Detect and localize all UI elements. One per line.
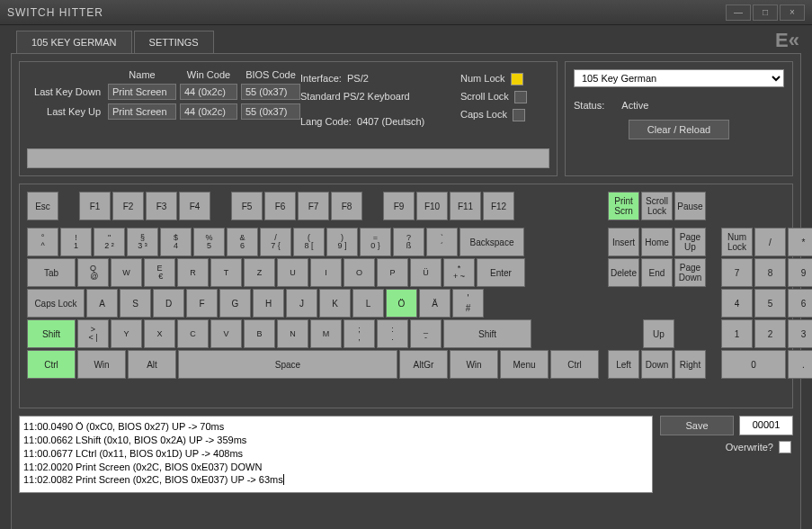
key-row2-9[interactable]: P — [377, 258, 408, 287]
key-lwin[interactable]: Win — [77, 350, 126, 379]
key-row1-9[interactable]: )9 ] — [326, 228, 358, 256]
key-num8[interactable]: 8 — [754, 258, 786, 287]
key-row1-3[interactable]: §3 ³ — [127, 228, 158, 256]
key-row1-12[interactable]: `´ — [426, 228, 458, 256]
key-space[interactable]: Space — [178, 350, 397, 379]
key-numdiv[interactable]: / — [754, 228, 786, 256]
key-num2[interactable]: 2 — [754, 319, 786, 348]
key-row3-10[interactable]: Ä — [419, 289, 451, 318]
key-row1-2[interactable]: "2 ² — [94, 228, 125, 256]
key-num5[interactable]: 5 — [754, 289, 786, 318]
key-nummul[interactable]: * — [788, 228, 812, 256]
key-row1-0[interactable]: °^ — [27, 228, 58, 256]
key-row4-5[interactable]: N — [277, 319, 308, 348]
key-f10[interactable]: F10 — [416, 192, 448, 220]
key-up[interactable]: Up — [643, 319, 674, 348]
key-row3-8[interactable]: L — [352, 289, 384, 318]
overwrite-checkbox[interactable] — [779, 441, 791, 453]
key-rshift[interactable]: Shift — [443, 319, 531, 348]
minimize-button[interactable]: — — [726, 4, 751, 21]
key-row3-5[interactable]: H — [253, 289, 284, 318]
key-lctrl[interactable]: Ctrl — [27, 350, 76, 379]
key-row3-2[interactable]: D — [153, 289, 184, 318]
key-insert[interactable]: Insert — [608, 228, 639, 256]
key-printscreen[interactable]: Print Scrn — [608, 192, 639, 220]
clear-reload-button[interactable]: Clear / Reload — [629, 120, 729, 139]
key-pagedown[interactable]: Page Down — [674, 258, 706, 287]
key-right[interactable]: Right — [674, 350, 706, 379]
key-f9[interactable]: F9 — [383, 192, 415, 220]
key-f1[interactable]: F1 — [79, 192, 111, 220]
key-num4[interactable]: 4 — [721, 289, 753, 318]
key-row1-11[interactable]: ?ß — [393, 228, 424, 256]
key-row4-3[interactable]: V — [210, 319, 242, 348]
key-f5[interactable]: F5 — [231, 192, 263, 220]
maximize-button[interactable]: □ — [753, 4, 778, 21]
key-numdot[interactable]: . — [788, 350, 812, 379]
key-lshift[interactable]: Shift — [27, 319, 76, 348]
key-menu[interactable]: Menu — [500, 350, 549, 379]
key-numlock[interactable]: Num Lock — [721, 228, 753, 256]
save-button[interactable]: Save — [660, 416, 734, 435]
key-row1-5[interactable]: %5 — [193, 228, 225, 256]
key-row2-1[interactable]: W — [111, 258, 142, 287]
key-num6[interactable]: 6 — [788, 289, 812, 318]
key-row3-1[interactable]: S — [120, 289, 151, 318]
key-row1-4[interactable]: $4 — [160, 228, 192, 256]
key-rwin[interactable]: Win — [450, 350, 498, 379]
key-f11[interactable]: F11 — [450, 192, 481, 220]
key-row2-0[interactable]: Q @ — [77, 258, 109, 287]
key-row2-6[interactable]: U — [277, 258, 308, 287]
key-f8[interactable]: F8 — [331, 192, 362, 220]
key-row1-7[interactable]: /7 { — [260, 228, 291, 256]
key-pause[interactable]: Pause — [674, 192, 706, 220]
key-row3-9[interactable]: Ö — [386, 289, 417, 318]
key-lalt[interactable]: Alt — [128, 350, 176, 379]
close-button[interactable]: × — [780, 4, 805, 21]
key-row4-0[interactable]: Y — [111, 319, 142, 348]
key-capslock[interactable]: Caps Lock — [27, 289, 85, 318]
key-f7[interactable]: F7 — [298, 192, 329, 220]
key-backspace[interactable]: Backspace — [460, 228, 524, 256]
key-end[interactable]: End — [641, 258, 673, 287]
key-row3-4[interactable]: G — [219, 289, 251, 318]
key-f4[interactable]: F4 — [179, 192, 210, 220]
key-scrolllock[interactable]: Scroll Lock — [641, 192, 673, 220]
key-left[interactable]: Left — [608, 350, 639, 379]
key-row2-4[interactable]: T — [210, 258, 242, 287]
key-row2-10[interactable]: Ü — [410, 258, 442, 287]
key-row2-2[interactable]: E € — [144, 258, 175, 287]
key-row1-8[interactable]: (8 [ — [293, 228, 325, 256]
key-row1-6[interactable]: &6 — [227, 228, 258, 256]
key-row2-8[interactable]: O — [344, 258, 375, 287]
key-num9[interactable]: 9 — [788, 258, 812, 287]
key-row2-5[interactable]: Z — [244, 258, 275, 287]
key-row2-7[interactable]: I — [310, 258, 342, 287]
key-row3-0[interactable]: A — [86, 289, 118, 318]
key-row2-3[interactable]: R — [177, 258, 209, 287]
key-row4-8[interactable]: :. — [377, 319, 408, 348]
key-esc[interactable]: Esc — [27, 192, 58, 220]
key-row4-7[interactable]: ;, — [344, 319, 375, 348]
key-num7[interactable]: 7 — [721, 258, 753, 287]
key-row4-4[interactable]: B — [244, 319, 275, 348]
tab-settings[interactable]: SETTINGS — [134, 31, 214, 53]
key-tab[interactable]: Tab — [27, 258, 76, 287]
key-home[interactable]: Home — [641, 228, 673, 256]
key-f12[interactable]: F12 — [483, 192, 514, 220]
key-row3-11[interactable]: '# — [452, 289, 484, 318]
key-f2[interactable]: F2 — [112, 192, 144, 220]
key-row2-11[interactable]: *+ ~ — [443, 258, 475, 287]
key-row1-1[interactable]: !1 — [60, 228, 92, 256]
key-row3-7[interactable]: K — [319, 289, 351, 318]
key-enter[interactable]: Enter — [477, 258, 525, 287]
key-num0[interactable]: 0 — [721, 350, 786, 379]
key-delete[interactable]: Delete — [608, 258, 639, 287]
key-num1[interactable]: 1 — [721, 319, 753, 348]
key-row4-1[interactable]: X — [144, 319, 175, 348]
key-f6[interactable]: F6 — [264, 192, 296, 220]
key-lessthan[interactable]: >< | — [77, 319, 109, 348]
layout-select[interactable]: 105 Key German — [574, 69, 784, 87]
key-rctrl[interactable]: Ctrl — [550, 350, 599, 379]
key-row4-6[interactable]: M — [310, 319, 342, 348]
